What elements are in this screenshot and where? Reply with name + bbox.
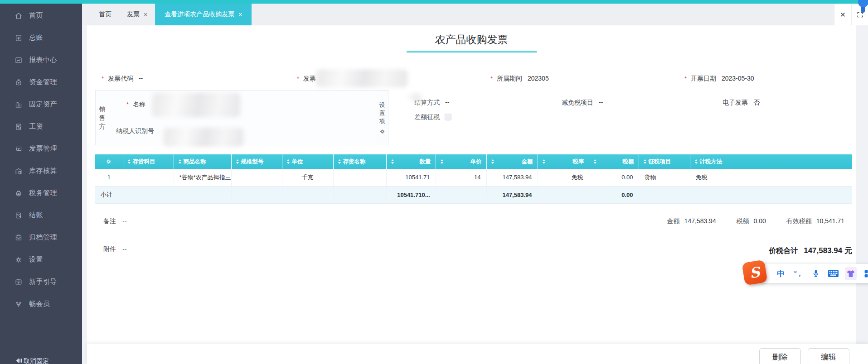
close-tab-icon[interactable]: × — [144, 11, 147, 18]
electronic-invoice-field: 电子发票否 — [723, 96, 760, 108]
sort-arrows-icon[interactable] — [391, 159, 394, 164]
fullscreen-button[interactable] — [851, 4, 868, 25]
edit-button[interactable]: 编辑 — [808, 348, 849, 364]
ime-punctuation-icon[interactable]: °， — [793, 267, 805, 280]
subtotal-cell: 0.00 — [589, 186, 639, 203]
sidebar-item-closing[interactable]: 结账 — [0, 204, 82, 226]
column-settings-icon[interactable] — [95, 154, 123, 169]
sidebar-item-funds[interactable]: 资金管理 — [0, 71, 82, 93]
column-label: 征税项目 — [649, 158, 671, 166]
settings-strip-gear-icon[interactable] — [379, 129, 385, 134]
remark-value: -- — [122, 217, 126, 225]
settlement-value: -- — [445, 99, 449, 106]
subtotal-cell — [174, 186, 231, 203]
sidebar-item-archive[interactable]: 归档管理 — [0, 226, 82, 249]
diff-tax-label: 差额征税 — [414, 113, 440, 120]
sidebar-item-salary[interactable]: 工资 — [0, 115, 82, 138]
amount-summary-value: 147,583.94 — [684, 217, 716, 225]
table-cell: 10541.71 — [386, 169, 436, 186]
column-label: 数量 — [420, 158, 431, 166]
settings-strip-label: 设置项 — [379, 101, 385, 125]
tab-view-purchase-invoice[interactable]: 查看进项农产品收购发票× — [155, 4, 252, 25]
sort-arrows-icon[interactable] — [543, 159, 545, 164]
diff-tax-checkbox[interactable] — [445, 114, 451, 120]
column-header-3[interactable]: 规格型号 — [231, 154, 282, 169]
tab-home[interactable]: 首页 — [91, 4, 119, 25]
column-settings-strip[interactable]: 设置项 — [376, 90, 388, 145]
redacted-invoice-number — [316, 69, 408, 87]
column-header-10[interactable]: 税额 — [589, 154, 639, 169]
column-header-4[interactable]: 单位 — [282, 154, 333, 169]
title-row: 农产品收购发票 — [87, 33, 856, 52]
tab-invoice[interactable]: 发票× — [119, 4, 155, 25]
column-header-12[interactable]: 计税方法 — [690, 154, 852, 169]
column-header-7[interactable]: 单价 — [436, 154, 486, 169]
ime-language-mode-icon[interactable]: 中 — [775, 267, 787, 280]
member-icon — [14, 300, 23, 308]
sidebar-item-settings[interactable]: 设置 — [0, 249, 82, 271]
column-header-5[interactable]: 存货名称 — [333, 154, 386, 169]
seller-name-label: 名称 — [126, 99, 145, 110]
sidebar-item-label: 库存核算 — [29, 167, 57, 175]
subtotal-cell — [123, 186, 174, 203]
sidebar-item-ledger[interactable]: 总账 — [0, 27, 82, 49]
delete-button[interactable]: 删除 — [759, 348, 801, 364]
toolbox-icon[interactable] — [863, 267, 868, 280]
table-cell: 147,583.94 — [486, 169, 538, 186]
sort-arrows-icon[interactable] — [338, 159, 341, 164]
sidebar-item-guide[interactable]: 新手引导 — [0, 271, 82, 293]
sidebar-item-label: 发票管理 — [29, 144, 57, 153]
valid-tax-summary-value: 10,541.71 — [816, 217, 844, 225]
attachment-label: 附件 — [103, 245, 116, 253]
tax-relief-field: 减免税项目-- — [562, 96, 603, 108]
keyboard-icon[interactable] — [828, 267, 839, 280]
sidebar-item-reports[interactable]: 报表中心 — [0, 49, 82, 71]
reports-icon — [14, 56, 23, 64]
invoice-number-label: 发票 — [303, 75, 316, 82]
sort-arrows-icon[interactable] — [594, 159, 596, 164]
tab-label: 查看进项农产品收购发票 — [165, 10, 234, 19]
sidebar-item-assets[interactable]: 固定资产 — [0, 93, 82, 115]
unpin-icon — [15, 357, 24, 364]
sort-arrows-icon[interactable] — [287, 159, 290, 164]
sidebar-item-invoices[interactable]: 发票管理 — [0, 138, 82, 160]
seller-taxid-label: 纳税人识别号 — [116, 125, 154, 136]
assets-icon — [14, 100, 23, 109]
column-label: 商品名称 — [184, 158, 206, 166]
sidebar-item-label: 结账 — [29, 211, 43, 220]
column-header-9[interactable]: 税率 — [538, 154, 589, 169]
tab-label: 首页 — [99, 10, 112, 19]
sort-arrows-icon[interactable] — [695, 159, 698, 164]
table-header-row: 存货科目商品名称规格型号单位存货名称数量单价金额税率税额征税项目计税方法 — [95, 154, 852, 169]
sidebar-item-inventory[interactable]: 库存核算 — [0, 160, 82, 182]
sort-arrows-icon[interactable] — [644, 159, 646, 164]
unpin-sidebar-control[interactable]: 取消固定 — [15, 357, 49, 364]
sidebar-item-home[interactable]: 首页 — [0, 5, 82, 27]
column-header-11[interactable]: 征税项目 — [639, 154, 690, 169]
table-row: 1*谷物*农产品拇指三千克10541.7114147,583.94免税0.00货… — [95, 169, 852, 186]
sort-arrows-icon[interactable] — [236, 159, 239, 164]
column-header-1[interactable]: 存货科目 — [123, 154, 174, 169]
app-window: 首页总账报表中心资金管理固定资产工资发票管理库存核算税务管理结账归档管理设置新手… — [0, 0, 868, 364]
grand-total: 价税合计147,583.94 元 — [769, 245, 852, 256]
subtotal-cell — [538, 186, 589, 203]
sidebar-item-label: 总账 — [29, 34, 43, 42]
sort-arrows-icon[interactable] — [441, 159, 443, 164]
sort-arrows-icon[interactable] — [491, 159, 494, 164]
sort-arrows-icon[interactable] — [128, 159, 131, 164]
invoice-date-label: 开票日期 — [691, 75, 716, 82]
sidebar-item-member[interactable]: 畅会员 — [0, 293, 82, 315]
column-header-2[interactable]: 商品名称 — [174, 154, 231, 169]
skin-icon[interactable] — [845, 267, 857, 280]
tax-summary-value: 0.00 — [754, 217, 766, 225]
tab-bar-spacer — [252, 4, 834, 25]
microphone-icon[interactable] — [810, 267, 822, 280]
close-page-button[interactable]: × — [834, 4, 851, 25]
column-header-6[interactable]: 数量 — [386, 154, 436, 169]
table-cell — [231, 169, 282, 186]
column-header-8[interactable]: 金额 — [486, 154, 538, 169]
sort-arrows-icon[interactable] — [179, 159, 181, 164]
sidebar-item-tax[interactable]: 税务管理 — [0, 182, 82, 204]
sogou-logo[interactable]: S — [742, 259, 767, 285]
close-tab-icon[interactable]: × — [238, 11, 242, 18]
